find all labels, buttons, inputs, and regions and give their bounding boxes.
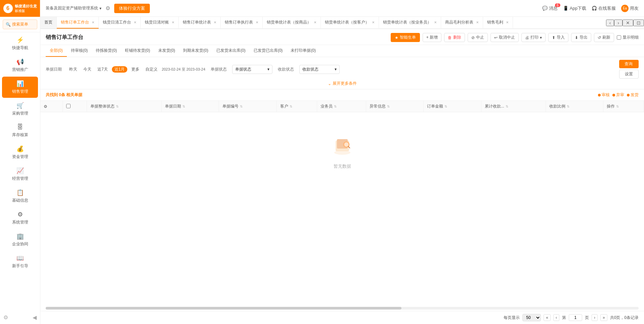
sidebar-item-quick-nav[interactable]: ⚡快捷导航 bbox=[2, 33, 38, 54]
tab-sales-summary-product[interactable]: 销货单统计表（按商品）✕ bbox=[263, 17, 321, 29]
tab-close-sales-exec[interactable]: ✕ bbox=[256, 21, 258, 24]
sort-icon-operation[interactable]: ⇅ bbox=[616, 105, 619, 108]
subtab-shipped-outstock[interactable]: 已发货已出库(0) bbox=[250, 45, 287, 57]
import-button[interactable]: ⬆ 导入 bbox=[548, 33, 568, 42]
tab-close-gross-profit[interactable]: ✕ bbox=[476, 21, 479, 24]
show-detail-checkbox[interactable]: 显示明细 bbox=[617, 35, 639, 40]
tab-close-sales-summary-product[interactable]: ✕ bbox=[314, 21, 316, 24]
sidebar-item-system[interactable]: ⚙系统管理 bbox=[2, 207, 38, 229]
export-button[interactable]: ⬇ 导出 bbox=[571, 33, 591, 42]
settings-filter-button[interactable]: 设置 bbox=[619, 70, 639, 79]
expand-conditions-button[interactable]: ⌄ 展开更多条件 bbox=[328, 81, 357, 86]
sidebar-item-purchase[interactable]: 🛒采购管理 bbox=[2, 98, 38, 120]
show-detail-input[interactable] bbox=[617, 35, 621, 40]
suspend-button[interactable]: ⊘ 中止 bbox=[468, 33, 488, 42]
sidebar-item-inventory[interactable]: 🗄库存核算 bbox=[2, 120, 38, 141]
tab-cash-daily[interactable]: 钱货日清工作台✕ bbox=[99, 17, 141, 29]
settings-icon[interactable]: ⚙ bbox=[3, 314, 8, 321]
col-header-checkbox[interactable] bbox=[63, 101, 87, 112]
tab-home[interactable]: 首页 bbox=[40, 17, 57, 29]
tab-sales-stats[interactable]: 销售订单统计表✕ bbox=[179, 17, 221, 29]
tab-close-sales-summary-staff[interactable]: ✕ bbox=[434, 21, 437, 24]
sidebar-item-basic[interactable]: 📋基础信息 bbox=[2, 186, 38, 207]
sidebar-item-marketing[interactable]: 📢营销推广 bbox=[2, 55, 38, 76]
add-button[interactable]: + 新增 bbox=[423, 33, 441, 42]
subtab-pending-inspect[interactable]: 待拣验货(0) bbox=[92, 45, 121, 57]
sidebar-item-sales[interactable]: 📊销售管理 bbox=[2, 77, 38, 98]
sidebar-item-operations[interactable]: 📈经营管理 bbox=[2, 164, 38, 185]
subtab-not-shipped[interactable]: 未发货(0) bbox=[154, 45, 179, 57]
system-title-dropdown[interactable]: 装备及固定资产辅助管理系统 ▾ bbox=[46, 5, 101, 11]
tab-scroll-right[interactable]: › bbox=[614, 19, 622, 26]
tab-sales-more[interactable]: 销售毛利✕ bbox=[483, 17, 513, 29]
tab-close-sales-workbench[interactable]: ✕ bbox=[92, 21, 94, 24]
scroll-thumb[interactable] bbox=[46, 307, 401, 310]
sidebar-item-guide[interactable]: 📖新手引导 bbox=[2, 251, 38, 272]
tab-close-sales-stats[interactable]: ✕ bbox=[214, 21, 216, 24]
date-option-近1月[interactable]: 近1月 bbox=[112, 66, 128, 73]
smart-generate-button[interactable]: ★ 智能生单 bbox=[391, 33, 420, 42]
first-page-btn[interactable]: « bbox=[544, 314, 551, 321]
tab-cash-reconcile[interactable]: 钱货日清对账✕ bbox=[141, 17, 179, 29]
industry-btn[interactable]: 体验行业方案 bbox=[114, 4, 150, 13]
col-header-settings[interactable]: ⚙ bbox=[40, 101, 63, 112]
collapse-icon[interactable]: ◀ bbox=[33, 314, 37, 321]
subtab-pending-review[interactable]: 待审核(0) bbox=[67, 45, 92, 57]
tab-scroll-left[interactable]: ‹ bbox=[606, 19, 614, 26]
sort-icon-number[interactable]: ⇅ bbox=[240, 105, 243, 108]
ship-action-btn[interactable]: 发货 bbox=[627, 92, 639, 98]
sort-icon-abnormal[interactable]: ⇅ bbox=[387, 105, 390, 108]
tab-close-sales-summary-customer[interactable]: ✕ bbox=[372, 21, 375, 24]
subtab-shipped-not-outstock[interactable]: 已发货未出库(0) bbox=[212, 45, 250, 57]
subtab-wangpu-pending[interactable]: 旺铺待发货(0) bbox=[121, 45, 154, 57]
refresh-button[interactable]: ↺ 刷新 bbox=[594, 33, 614, 42]
next-page-btn[interactable]: › bbox=[592, 314, 598, 321]
tab-close-sales-more[interactable]: ✕ bbox=[506, 21, 509, 24]
prev-page-btn[interactable]: ‹ bbox=[553, 314, 559, 321]
subtab-all[interactable]: 全部(0) bbox=[46, 45, 67, 57]
app-download-item[interactable]: 📱 App下载 bbox=[563, 5, 586, 11]
horizontal-scrollbar[interactable] bbox=[46, 307, 639, 310]
payment-select[interactable]: 收款状态 ▾ bbox=[299, 65, 340, 74]
sort-icon-status[interactable]: ⇅ bbox=[116, 105, 119, 108]
sort-icon-staff[interactable]: ⇅ bbox=[334, 105, 337, 108]
last-page-btn[interactable]: » bbox=[600, 314, 607, 321]
select-all-checkbox[interactable] bbox=[66, 104, 71, 108]
tab-maximize[interactable]: ⊡ bbox=[633, 19, 644, 26]
date-option-自定义[interactable]: 自定义 bbox=[143, 66, 160, 73]
date-option-昨天[interactable]: 昨天 bbox=[67, 66, 79, 73]
tab-close-cash-reconcile[interactable]: ✕ bbox=[172, 21, 174, 24]
review-action-btn[interactable]: 审核 bbox=[598, 92, 610, 98]
cancel-suspend-button[interactable]: ↩ 取消中止 bbox=[490, 33, 519, 42]
search-menu-button[interactable]: 🔍 搜索菜单 bbox=[3, 19, 37, 29]
tab-sales-summary-staff[interactable]: 销货单统计表（按业务员）✕ bbox=[379, 17, 441, 29]
sidebar-item-finance[interactable]: 💰资金管理 bbox=[2, 142, 38, 163]
query-button[interactable]: 查询 bbox=[619, 60, 639, 68]
sidebar-item-enterprise[interactable]: 🏢企业协同 bbox=[2, 229, 38, 250]
tab-close-current[interactable]: ✕ bbox=[622, 19, 633, 26]
sort-icon-customer[interactable]: ⇅ bbox=[290, 105, 292, 108]
tab-close-cash-daily[interactable]: ✕ bbox=[134, 21, 136, 24]
status-select[interactable]: 单据状态 ▾ bbox=[232, 65, 272, 74]
tab-gross-profit[interactable]: 商品毛利分析表✕ bbox=[441, 17, 483, 29]
page-input[interactable] bbox=[569, 314, 582, 321]
user-item[interactable]: Ea 用友 bbox=[621, 5, 639, 12]
tab-sales-workbench[interactable]: 销售订单工作台✕ bbox=[57, 17, 99, 29]
sort-icon-collected[interactable]: ⇅ bbox=[506, 105, 508, 108]
notification-item[interactable]: 💬 消息 6 bbox=[542, 5, 558, 11]
sort-icon-ratio[interactable]: ⇅ bbox=[567, 105, 569, 108]
delete-button[interactable]: 🗑 删除 bbox=[444, 33, 465, 42]
tab-sales-summary-customer[interactable]: 销货单统计表（按客户）✕ bbox=[321, 17, 379, 29]
date-option-近7天[interactable]: 近7天 bbox=[95, 66, 110, 73]
sort-icon-amount[interactable]: ⇅ bbox=[444, 105, 447, 108]
online-service-item[interactable]: 🎧 在线客服 bbox=[592, 5, 616, 11]
print-button[interactable]: 🖨 打印 ▾ bbox=[521, 33, 546, 42]
subtab-expired-not-shipped[interactable]: 到期未发货(0) bbox=[179, 45, 212, 57]
subtab-not-printed[interactable]: 未打印单据(0) bbox=[287, 45, 320, 57]
column-settings-icon[interactable]: ⚙ bbox=[44, 104, 47, 109]
sort-icon-date[interactable]: ⇅ bbox=[182, 105, 185, 108]
settings-gear-icon[interactable]: ⚙ bbox=[105, 5, 110, 11]
tab-sales-exec[interactable]: 销售订单执行表✕ bbox=[221, 17, 263, 29]
date-option-今天[interactable]: 今天 bbox=[81, 66, 93, 73]
cancel-review-action-btn[interactable]: 弃审 bbox=[612, 92, 624, 98]
